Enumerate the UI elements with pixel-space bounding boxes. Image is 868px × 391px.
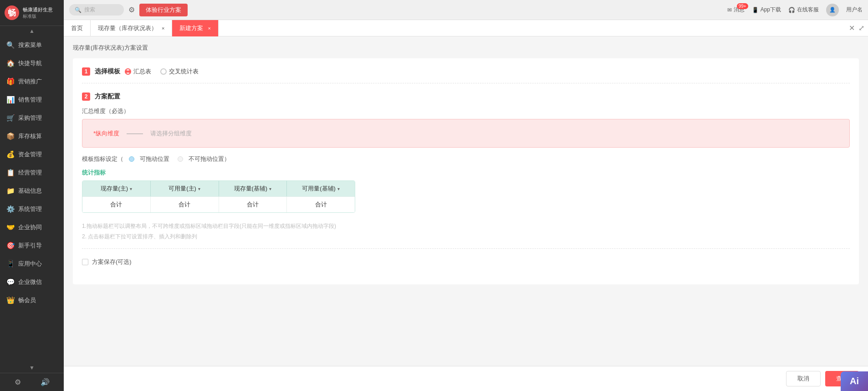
sidebar: 畅 畅康通好生意 标准版 ▲ 🔍 搜索菜单 🏠 快捷导航 🎁 营销推广 📊 销售… xyxy=(0,0,64,391)
sidebar-volume-btn[interactable]: 🔊 xyxy=(41,378,50,386)
sidebar-item-label: 新手引导 xyxy=(18,242,42,250)
sidebar-item-label: 快捷导航 xyxy=(18,59,42,67)
radio-summary[interactable]: 汇总表 xyxy=(125,67,151,76)
stat-col-3[interactable]: 可用量(基辅) ▾ xyxy=(287,181,355,196)
sales-icon: 📊 xyxy=(6,96,15,104)
newbie-icon: 🎯 xyxy=(6,242,15,250)
sidebar-item-label: 资金管理 xyxy=(18,150,42,159)
main-area: 🔍 搜索 ⚙ 体验行业方案 ✉ 消息 99+ 📱 App下载 🎧 在线客服 👤 … xyxy=(64,0,868,391)
chevron-down-icon-2: ▾ xyxy=(269,186,271,191)
expand-panel-icon[interactable]: ⤢ xyxy=(858,24,864,32)
sidebar-item-newbie[interactable]: 🎯 新手引导 xyxy=(0,237,64,255)
draggable-label: 可拖动位置 xyxy=(140,155,169,163)
breadcrumb: 现存量(库存状况表)方案设置 xyxy=(73,44,859,52)
trial-btn[interactable]: 体验行业方案 xyxy=(139,4,188,16)
cancel-button[interactable]: 取消 xyxy=(786,371,821,386)
sidebar-item-label: 搜索菜单 xyxy=(18,41,42,49)
step1-header: 1 选择模板 汇总表 交叉统计表 xyxy=(82,67,850,76)
step1-section: 1 选择模板 汇总表 交叉统计表 xyxy=(82,67,850,83)
save-checkbox[interactable] xyxy=(82,259,88,265)
online-service-label: 在线客服 xyxy=(797,6,819,14)
ai-fab-button[interactable]: Ai xyxy=(841,371,868,391)
message-badge: 99+ xyxy=(737,3,748,9)
stat-col-1[interactable]: 可用量(主) ▾ xyxy=(151,181,219,196)
sidebar-item-vip[interactable]: 👑 畅会员 xyxy=(0,291,64,309)
logo-icon: 畅 xyxy=(5,5,19,20)
step1-number: 1 xyxy=(82,67,90,76)
search-menu-icon: 🔍 xyxy=(6,41,15,49)
operations-icon: 📋 xyxy=(6,169,15,177)
topbar: 🔍 搜索 ⚙ 体验行业方案 ✉ 消息 99+ 📱 App下载 🎧 在线客服 👤 … xyxy=(64,0,868,20)
app-download-btn[interactable]: 📱 App下载 xyxy=(752,6,781,14)
topbar-search[interactable]: 🔍 搜索 xyxy=(69,4,124,15)
sidebar-item-basic[interactable]: 📁 基础信息 xyxy=(0,182,64,200)
vip-icon: 👑 xyxy=(6,296,15,304)
sidebar-item-shortcut[interactable]: 🏠 快捷导航 xyxy=(0,54,64,72)
radio-cross[interactable]: 交叉统计表 xyxy=(160,67,199,76)
step2-divider xyxy=(82,248,850,249)
sidebar-item-operations[interactable]: 📋 经营管理 xyxy=(0,164,64,182)
tab-inventory-status-close[interactable]: × xyxy=(162,26,164,31)
sidebar-item-label: 基础信息 xyxy=(18,187,42,195)
sidebar-item-inventory[interactable]: 📦 库存核算 xyxy=(0,127,64,145)
sidebar-item-wechat[interactable]: 💬 企业微信 xyxy=(0,273,64,291)
app-icon: 📱 xyxy=(752,7,759,13)
sidebar-item-system[interactable]: ⚙️ 系统管理 xyxy=(0,200,64,218)
sidebar-bottom: ⚙ 🔊 xyxy=(0,373,64,391)
stat-col-1-label: 可用量(主) xyxy=(168,185,196,193)
tab-new-plan-close[interactable]: × xyxy=(208,26,210,31)
purchase-icon: 🛒 xyxy=(6,114,15,122)
online-service-btn[interactable]: 🎧 在线客服 xyxy=(788,6,819,14)
avatar[interactable]: 👤 xyxy=(826,4,839,16)
stat-cell-0-2: 合计 xyxy=(219,197,287,212)
dimension-placeholder[interactable]: 请选择分组维度 xyxy=(150,129,192,138)
message-btn[interactable]: ✉ 消息 99+ xyxy=(727,6,745,14)
shortcut-icon: 🏠 xyxy=(6,59,15,67)
stat-cell-0-1: 合计 xyxy=(151,197,219,212)
sidebar-item-search-menu[interactable]: 🔍 搜索菜单 xyxy=(0,36,64,54)
stat-cell-0-3: 合计 xyxy=(287,197,355,212)
sidebar-settings-btn[interactable]: ⚙ xyxy=(15,378,21,386)
draggable-badge xyxy=(129,156,134,162)
radio-group: 汇总表 交叉统计表 xyxy=(125,67,199,76)
inventory-icon: 📦 xyxy=(6,132,15,140)
settings-gear-icon[interactable]: ⚙ xyxy=(128,5,135,14)
non-draggable-badge xyxy=(178,156,183,162)
appstore-icon: 📱 xyxy=(6,260,15,268)
chevron-down-icon-3: ▾ xyxy=(337,186,340,191)
stat-col-2-label: 现存量(基辅) xyxy=(234,185,268,193)
step1-title: 选择模板 xyxy=(95,67,120,76)
dimension-box[interactable]: *纵向维度 —— 请选择分组维度 xyxy=(82,119,850,148)
sidebar-item-label: 应用中心 xyxy=(18,260,42,268)
sidebar-item-label: 系统管理 xyxy=(18,205,42,213)
sidebar-item-label: 采购管理 xyxy=(18,114,42,122)
logo-text: 畅康通好生意 标准版 xyxy=(23,6,53,19)
stat-table-header: 现存量(主) ▾ 可用量(主) ▾ 现存量(基辅) ▾ 可用量(基辅) xyxy=(82,181,355,196)
stat-col-2[interactable]: 现存量(基辅) ▾ xyxy=(219,181,287,196)
tab-new-plan[interactable]: 新建方案 × xyxy=(172,20,218,36)
marketing-icon: 🎁 xyxy=(6,77,15,86)
tips-section: 1.拖动标题栏可以调整布局，不可跨维度或指标区域拖动栏目字段(只能在同一维度或指… xyxy=(82,222,850,241)
sidebar-item-purchase[interactable]: 🛒 采购管理 xyxy=(0,109,64,127)
sidebar-item-label: 经营管理 xyxy=(18,169,42,177)
tab-home[interactable]: 首页 xyxy=(64,20,91,36)
message-icon: ✉ xyxy=(727,7,732,13)
sidebar-item-finance[interactable]: 💰 资金管理 xyxy=(0,145,64,164)
tab-inventory-status[interactable]: 现存量（库存状况表） × xyxy=(91,20,172,36)
sidebar-item-sales[interactable]: 📊 销售管理 xyxy=(0,91,64,109)
stat-col-0[interactable]: 现存量(主) ▾ xyxy=(82,181,151,196)
sidebar-item-cooperation[interactable]: 🤝 企业协同 xyxy=(0,218,64,237)
content-area: 现存量(库存状况表)方案设置 1 选择模板 汇总表 xyxy=(64,36,868,366)
sidebar-scroll-up[interactable]: ▲ xyxy=(0,26,64,36)
sidebar-item-appstore[interactable]: 📱 应用中心 xyxy=(0,255,64,273)
search-icon: 🔍 xyxy=(75,7,82,13)
close-panel-icon[interactable]: ✕ xyxy=(849,24,855,32)
sidebar-scroll-down[interactable]: ▼ xyxy=(0,363,64,373)
username[interactable]: 用户名 xyxy=(846,6,863,14)
stat-table-row-0: 合计 合计 合计 合计 xyxy=(82,196,355,212)
dimension-separator: —— xyxy=(127,129,143,138)
tabs-right: ✕ ⤢ xyxy=(845,24,868,32)
footer-bar: 取消 查询 xyxy=(64,366,868,391)
basic-icon: 📁 xyxy=(6,187,15,195)
sidebar-item-marketing[interactable]: 🎁 营销推广 xyxy=(0,72,64,91)
